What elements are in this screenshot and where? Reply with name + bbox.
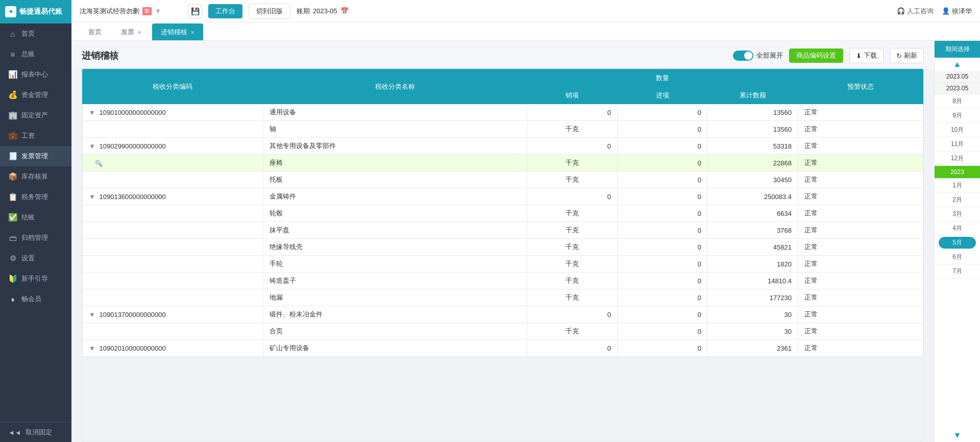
period-month-3[interactable]: 3月 xyxy=(935,207,980,222)
cell-status: 正常 xyxy=(798,121,923,138)
period-month-2[interactable]: 2月 xyxy=(935,193,980,207)
reports-icon: 📊 xyxy=(8,70,17,79)
expand-icon[interactable]: ▼ xyxy=(89,345,95,352)
calendar-icon[interactable]: 📅 xyxy=(340,7,349,15)
sidebar-item-ledger[interactable]: ≡ 总账 xyxy=(0,44,71,64)
sidebar-item-funds[interactable]: 💰 资金管理 xyxy=(0,85,71,105)
data-table-wrap: 税收分类编码 税收分类名称 数量 预警状态 销项 进项 累计数额 xyxy=(82,68,924,442)
table-row: 抹平盘 千克 0 3768 正常 xyxy=(83,222,923,239)
sidebar-item-checkout[interactable]: ✅ 结账 xyxy=(0,207,71,228)
period-title: 期间选择 xyxy=(945,45,970,54)
tab-invoice[interactable]: 发票 ✕ xyxy=(112,23,150,40)
right-panel: ▶ 期间选择 ▲ 2023.05 2023.05 8月 9月 10月 11月 1… xyxy=(934,41,980,442)
company-selector[interactable]: 沈海英测试经营勿删 删 ▼ xyxy=(80,7,182,16)
sidebar-item-archive[interactable]: 🗃 归档管理 xyxy=(0,228,71,248)
download-label: 下载 xyxy=(864,51,877,60)
sidebar-item-member[interactable]: ♦ 畅会员 xyxy=(0,289,71,309)
table-row: 轮毂 千克 0 6634 正常 xyxy=(83,205,923,222)
period-month-7[interactable]: 7月 xyxy=(935,264,980,279)
cell-status: 正常 xyxy=(798,104,923,121)
cell-total: 6634 xyxy=(708,205,798,222)
period-month-8[interactable]: 8月 xyxy=(935,94,980,109)
download-button[interactable]: ⬇ 下载 xyxy=(849,48,884,63)
assets-icon: 🏢 xyxy=(8,111,17,120)
cell-code xyxy=(83,323,263,340)
cell-unit: 千克 xyxy=(527,171,618,188)
search-icon[interactable]: 🔍 xyxy=(95,160,103,167)
cell-status: 正常 xyxy=(798,256,923,273)
cell-code xyxy=(83,171,263,188)
table-row: ▼ 109013600000000000 金属铸件 0 0 250083.4 正… xyxy=(83,188,923,205)
expand-all-toggle[interactable]: 全部展开 xyxy=(733,51,783,61)
cell-total: 3768 xyxy=(708,222,798,239)
tab-reconcile-close[interactable]: ✕ xyxy=(190,30,194,35)
sidebar-label-guide: 新手引导 xyxy=(21,274,48,283)
cell-code: ▼ 109013600000000000 xyxy=(83,188,263,205)
col-total: 累计数额 xyxy=(708,87,798,104)
sidebar-item-guide[interactable]: 🔰 新手引导 xyxy=(0,268,71,289)
period-month-1[interactable]: 1月 xyxy=(935,179,980,193)
company-dropdown-icon[interactable]: ▼ xyxy=(155,7,161,15)
cell-status: 正常 xyxy=(798,340,923,357)
sidebar-label-home: 首页 xyxy=(21,29,35,38)
home-icon: ⌂ xyxy=(8,30,17,38)
cell-unit: 千克 xyxy=(527,239,618,256)
cell-code xyxy=(83,222,263,239)
cell-purchase: 0 xyxy=(618,340,708,357)
sidebar-item-home[interactable]: ⌂ 首页 xyxy=(0,23,71,44)
sidebar-item-assets[interactable]: 🏢 固定资产 xyxy=(0,105,71,126)
member-icon: ♦ xyxy=(8,295,17,304)
sidebar-item-tax[interactable]: 📋 税务管理 xyxy=(0,187,71,207)
save-icon-button[interactable]: 💾 xyxy=(188,4,202,18)
tab-home[interactable]: 首页 xyxy=(80,23,110,40)
sidebar-label-archive: 归档管理 xyxy=(21,233,48,242)
sidebar-item-salary[interactable]: 💼 工资 xyxy=(0,126,71,146)
period-month-5[interactable]: 5月 xyxy=(939,237,976,249)
cell-total: 45821 xyxy=(708,239,798,256)
panel-collapse-button[interactable]: ▶ xyxy=(934,231,935,252)
customer-service-button[interactable]: 🎧 人工咨询 xyxy=(897,7,934,16)
sidebar-item-reports[interactable]: 📊 报表中心 xyxy=(0,64,71,85)
period-month-9[interactable]: 9月 xyxy=(935,109,980,123)
tab-invoice-close[interactable]: ✕ xyxy=(137,30,141,35)
toggle-switch[interactable] xyxy=(733,51,753,61)
period-label: 账期 xyxy=(297,7,310,16)
sidebar-item-inventory[interactable]: 📦 库存核算 xyxy=(0,166,71,187)
cell-total: 14810.4 xyxy=(708,273,798,289)
period-month-10[interactable]: 10月 xyxy=(935,123,980,137)
period-year-2023-top: 2023.05 xyxy=(935,71,980,83)
cell-total: 30 xyxy=(708,323,798,340)
switch-version-button[interactable]: 切到旧版 xyxy=(249,4,290,19)
cell-name: 矿山专用设备 xyxy=(263,340,527,357)
expand-icon[interactable]: ▼ xyxy=(89,311,95,318)
tab-reconcile[interactable]: 进销稽核 ✕ xyxy=(152,23,203,40)
period-month-11[interactable]: 11月 xyxy=(935,137,980,152)
table-row: 托板 千克 0 30450 正常 xyxy=(83,171,923,188)
refresh-button[interactable]: ↻ 刷新 xyxy=(890,48,924,63)
expand-icon[interactable]: ▼ xyxy=(89,142,95,150)
expand-icon[interactable]: ▼ xyxy=(89,109,95,116)
cell-status: 正常 xyxy=(798,138,923,155)
scroll-down-button[interactable]: ▼ xyxy=(935,429,980,442)
workbench-button[interactable]: 工作台 xyxy=(208,4,242,18)
period-month-12[interactable]: 12月 xyxy=(935,152,980,166)
sidebar-item-settings[interactable]: ⚙ 设置 xyxy=(0,248,71,268)
period-month-6[interactable]: 6月 xyxy=(935,250,980,264)
product-code-button[interactable]: 商品编码设置 xyxy=(789,48,843,63)
sidebar-item-invoice[interactable]: 🧾 发票管理 xyxy=(0,146,71,166)
table-row: 合页 千克 0 30 正常 xyxy=(83,323,923,340)
expand-icon[interactable]: ▼ xyxy=(89,193,95,201)
download-icon: ⬇ xyxy=(856,52,862,60)
scroll-up-button[interactable]: ▲ xyxy=(935,58,980,71)
unpin-label: 取消固定 xyxy=(26,428,52,437)
cell-total: 1820 xyxy=(708,256,798,273)
sidebar-label-checkout: 结账 xyxy=(21,213,35,222)
period-month-4[interactable]: 4月 xyxy=(935,222,980,236)
unpin-button[interactable]: ◄◄ 取消固定 xyxy=(0,422,71,442)
cell-name: 抹平盘 xyxy=(263,222,527,239)
cell-total: 22868 xyxy=(708,155,798,171)
cell-unit: 千克 xyxy=(527,323,618,340)
table-row: ▼ 109029900000000000 其他专用设备及零部件 0 0 5331… xyxy=(83,138,923,155)
page-title: 进销稽核 xyxy=(82,50,118,62)
user-menu[interactable]: 👤 徐泽华 xyxy=(942,7,972,16)
